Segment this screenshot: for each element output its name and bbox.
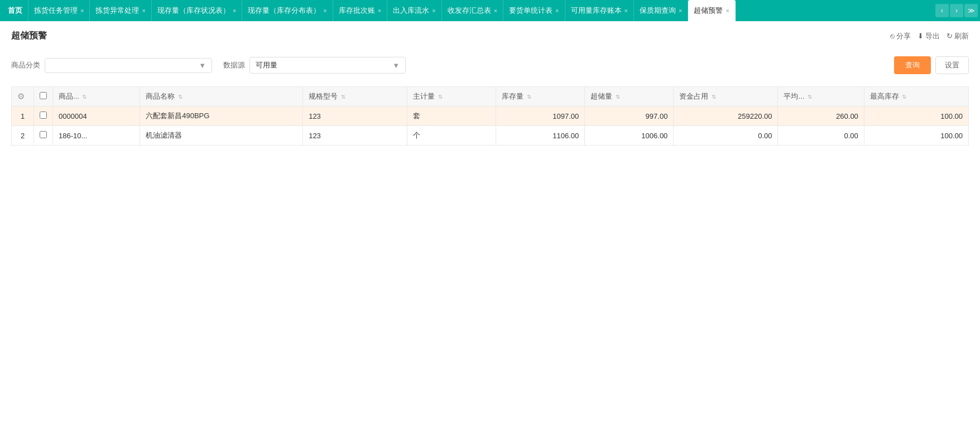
nav-tab-stock-status[interactable]: 现存量（库存状况表） ×: [152, 0, 242, 21]
col-avg: 平均... ⇅: [778, 87, 864, 106]
nav-tab-home[interactable]: 首页: [2, 0, 28, 21]
nav-tab-order-stats[interactable]: 要货单统计表 ×: [503, 0, 565, 21]
row-stock-qty: 1106.00: [496, 126, 585, 146]
nav-tab-task-mgmt-label: 拣货任务管理: [34, 6, 78, 16]
row-checkbox-cell: [34, 126, 53, 146]
nav-prev-button[interactable]: ‹: [935, 4, 949, 17]
category-select[interactable]: ▼: [45, 58, 212, 73]
filter-actions: 查询 设置: [894, 56, 969, 74]
select-all-checkbox[interactable]: [40, 92, 47, 99]
col-overstock-qty: 超储量 ⇅: [585, 87, 674, 106]
gear-icon[interactable]: ⚙: [17, 91, 25, 101]
row-checkbox-cell: [34, 106, 53, 126]
sort-product-code-icon[interactable]: ⇅: [82, 94, 87, 100]
datasource-select[interactable]: 可用量 ▼: [249, 57, 406, 74]
datasource-chevron-icon: ▼: [392, 61, 400, 70]
row-unit: 套: [407, 106, 496, 126]
nav-tab-stock-dist[interactable]: 现存量（库存分布表） ×: [242, 0, 333, 21]
nav-next-button[interactable]: ›: [950, 4, 963, 17]
sort-capital-icon[interactable]: ⇅: [712, 94, 716, 100]
nav-tab-quality-close[interactable]: ×: [679, 7, 682, 14]
sort-stock-qty-icon[interactable]: ⇅: [527, 94, 531, 100]
nav-tab-overstock-close[interactable]: ×: [726, 7, 729, 14]
row-stock-qty: 1097.00: [496, 106, 585, 126]
export-link[interactable]: ⬇ 导出: [917, 31, 940, 41]
nav-tab-order-stats-label: 要货单统计表: [509, 6, 553, 16]
category-filter-label: 商品分类: [11, 60, 40, 70]
row-overstock-qty: 1006.00: [585, 126, 674, 146]
nav-tab-batch-close[interactable]: ×: [378, 7, 381, 14]
row-product-name: 机油滤清器: [140, 126, 303, 146]
row-unit: 个: [407, 126, 496, 146]
datasource-filter-label: 数据源: [223, 60, 245, 70]
share-label: 分享: [896, 31, 911, 41]
row-max-stock: 100.00: [864, 106, 968, 126]
nav-tab-avail-label: 可用量库存账本: [571, 6, 622, 16]
category-chevron-icon: ▼: [199, 61, 206, 70]
nav-tab-quality-label: 保质期查询: [640, 6, 676, 16]
nav-tab-order-stats-close[interactable]: ×: [555, 7, 559, 14]
sort-unit-icon[interactable]: ⇅: [438, 94, 443, 100]
nav-tab-batch-label: 库存批次账: [339, 6, 375, 16]
datasource-filter: 数据源 可用量 ▼: [223, 57, 406, 74]
nav-tab-abnormal-close[interactable]: ×: [142, 7, 145, 14]
row-product-name: 六配套新昌490BPG: [140, 106, 303, 126]
col-overstock-qty-label: 超储量: [590, 92, 612, 100]
settings-button[interactable]: 设置: [935, 56, 969, 74]
share-link[interactable]: ⎋ 分享: [890, 31, 911, 41]
refresh-icon: ↻: [947, 32, 953, 40]
nav-tab-quality[interactable]: 保质期查询 ×: [634, 0, 688, 21]
nav-tab-batch[interactable]: 库存批次账 ×: [333, 0, 387, 21]
col-stock-qty-label: 库存量: [502, 92, 523, 100]
nav-tab-home-label: 首页: [8, 6, 22, 16]
col-capital-label: 资金占用: [679, 92, 708, 100]
col-product-name: 商品名称 ⇅: [140, 87, 303, 106]
row-checkbox[interactable]: [40, 112, 47, 119]
top-navigation: 首页 拣货任务管理 × 拣货异常处理 × 现存量（库存状况表） × 现存量（库存…: [0, 0, 980, 21]
sort-avg-icon[interactable]: ⇅: [808, 94, 812, 100]
nav-tab-abnormal-label: 拣货异常处理: [95, 6, 139, 16]
col-spec: 规格型号 ⇅: [303, 87, 407, 106]
nav-tab-stock-dist-close[interactable]: ×: [323, 7, 326, 14]
nav-tab-collect-close[interactable]: ×: [494, 7, 497, 14]
nav-tab-task-mgmt[interactable]: 拣货任务管理 ×: [28, 0, 90, 21]
col-checkbox-header: [34, 87, 53, 106]
table-row: 1 0000004 六配套新昌490BPG 123 套 1097.00 997.…: [12, 106, 969, 126]
row-num: 2: [12, 126, 34, 146]
col-product-name-label: 商品名称: [146, 92, 175, 100]
row-num: 1: [12, 106, 34, 126]
share-icon: ⎋: [890, 32, 895, 40]
nav-tab-overstock[interactable]: 超储预警 ×: [688, 0, 735, 21]
nav-tab-inout-close[interactable]: ×: [432, 7, 435, 14]
sort-spec-icon[interactable]: ⇅: [341, 94, 345, 100]
col-max-stock: 最高库存 ⇅: [864, 87, 968, 106]
row-checkbox[interactable]: [40, 131, 47, 138]
row-max-stock: 100.00: [864, 126, 968, 146]
nav-tab-avail[interactable]: 可用量库存账本 ×: [565, 0, 634, 21]
row-avg: 0.00: [778, 126, 864, 146]
query-button[interactable]: 查询: [894, 56, 931, 74]
row-avg: 260.00: [778, 106, 864, 126]
nav-tab-avail-close[interactable]: ×: [624, 7, 628, 14]
nav-tab-collect[interactable]: 收发存汇总表 ×: [442, 0, 503, 21]
nav-tab-abnormal[interactable]: 拣货异常处理 ×: [90, 0, 151, 21]
sort-max-stock-icon[interactable]: ⇅: [902, 94, 906, 100]
col-product-code-label: 商品...: [59, 92, 79, 100]
page-title-row: 超储预警 ⎋ 分享 ⬇ 导出 ↻ 刷新: [11, 30, 969, 42]
nav-tab-task-mgmt-close[interactable]: ×: [80, 7, 84, 14]
export-icon: ⬇: [917, 32, 924, 40]
row-overstock-qty: 997.00: [585, 106, 674, 126]
page-title: 超储预警: [11, 30, 47, 42]
col-unit-label: 主计量: [413, 92, 435, 100]
sort-overstock-qty-icon[interactable]: ⇅: [616, 94, 620, 100]
col-capital: 资金占用 ⇅: [674, 87, 778, 106]
filter-row: 商品分类 ▼ 数据源 可用量 ▼ 查询 设置: [11, 51, 969, 80]
sort-product-name-icon[interactable]: ⇅: [178, 94, 182, 100]
col-avg-label: 平均...: [784, 92, 804, 100]
nav-tab-stock-status-close[interactable]: ×: [233, 7, 236, 14]
col-unit: 主计量 ⇅: [407, 87, 496, 106]
nav-tab-stock-dist-label: 现存量（库存分布表）: [248, 6, 320, 16]
nav-tab-inout[interactable]: 出入库流水 ×: [387, 0, 441, 21]
nav-more-button[interactable]: ≫: [964, 4, 978, 17]
refresh-link[interactable]: ↻ 刷新: [947, 31, 969, 41]
